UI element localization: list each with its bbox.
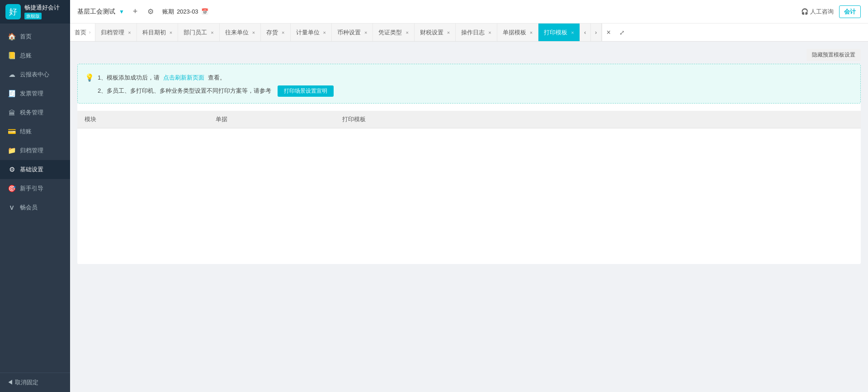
logo-text: 畅捷通好会计 旗舰版	[24, 4, 60, 20]
sidebar-label-settings: 基础设置	[20, 165, 43, 174]
tab-print-template-label: 打印模板	[544, 28, 567, 37]
sidebar-item-checkout[interactable]: 💳 结账	[0, 122, 70, 141]
sidebar-label-guide: 新手引导	[20, 184, 43, 193]
sidebar-label-ledger: 总账	[20, 52, 32, 60]
tab-subjects-close[interactable]: ×	[170, 30, 172, 35]
tab-archive-mgmt[interactable]: 归档管理 ×	[95, 24, 137, 42]
ledger-icon: 📒	[7, 51, 16, 60]
service-button[interactable]: 🎧 人工咨询	[801, 8, 834, 16]
tab-inventory[interactable]: 存货 ×	[261, 24, 290, 42]
tax-icon: 🏛	[7, 108, 16, 117]
tab-inventory-close[interactable]: ×	[282, 30, 284, 35]
tab-prev-button[interactable]: ‹	[580, 24, 591, 42]
sidebar-item-report[interactable]: ☁ 云报表中心	[0, 65, 70, 84]
tab-departments-label: 部门员工	[184, 28, 207, 37]
calendar-icon[interactable]: 📅	[201, 8, 208, 15]
topbar-right: 🎧 人工咨询 会计	[801, 5, 861, 18]
sidebar-label-tax: 税务管理	[20, 109, 43, 117]
table-body	[77, 128, 861, 264]
notice-line1-suffix: 查看。	[208, 72, 226, 84]
sidebar-item-ledger[interactable]: 📒 总账	[0, 46, 70, 65]
table-col-single: 单据	[216, 115, 342, 123]
sidebar-item-guide[interactable]: 🎯 新手引导	[0, 179, 70, 198]
tab-partners[interactable]: 往来单位 ×	[220, 24, 261, 42]
hide-template-button[interactable]: 隐藏预置模板设置	[807, 49, 861, 61]
report-icon: ☁	[7, 70, 16, 79]
tab-single-template-close[interactable]: ×	[530, 30, 533, 35]
company-selector[interactable]: 基层工会测试 ▼	[77, 8, 124, 16]
sidebar-nav: 🏠 首页 📒 总账 ☁ 云报表中心 🧾 发票管理 🏛 税务管理 💳 结账 📁 归…	[0, 24, 70, 373]
notice-line-1: 💡 1、模板添加成功后，请 点击刷新新页面 查看。	[85, 71, 853, 85]
main-area: 基层工会测试 ▼ + ⚙ 账期 2023-03 📅 🎧 人工咨询 会计 首页 ›…	[70, 0, 868, 392]
sidebar-item-settings[interactable]: ⚙ 基础设置	[0, 160, 70, 179]
tab-currency[interactable]: 币种设置 ×	[332, 24, 373, 42]
tab-archive-mgmt-close[interactable]: ×	[128, 30, 131, 35]
maximize-button[interactable]: ⤢	[615, 24, 629, 42]
notice-line1-prefix: 1、模板添加成功后，请	[98, 72, 160, 84]
period-display: 账期 2023-03 📅	[162, 8, 208, 16]
headset-icon: 🎧	[801, 8, 808, 15]
tab-voucher-type-label: 凭证类型	[378, 28, 402, 37]
kuaiji-label: 会计	[844, 8, 856, 15]
app-name: 畅捷通好会计	[24, 4, 60, 12]
tab-subjects[interactable]: 科目期初 ×	[137, 24, 178, 42]
period-label: 账期	[162, 8, 174, 16]
tab-single-template[interactable]: 单据模板 ×	[497, 24, 538, 42]
tab-voucher-type[interactable]: 凭证类型 ×	[373, 24, 414, 42]
add-tab-button[interactable]: +	[129, 5, 142, 18]
table-header: 模块 单据 打印模板	[77, 111, 861, 128]
tab-partners-label: 往来单位	[225, 28, 249, 37]
tab-tax-settings-label: 财税设置	[420, 28, 443, 37]
sidebar-item-member[interactable]: V 畅会员	[0, 198, 70, 217]
tab-operation-log-close[interactable]: ×	[488, 30, 491, 35]
tab-currency-close[interactable]: ×	[364, 30, 367, 35]
unpin-label: ◀ 取消固定	[7, 378, 38, 387]
print-scene-btn[interactable]: 打印场景设置宣明	[278, 85, 334, 97]
sidebar: 好 畅捷通好会计 旗舰版 🏠 首页 📒 总账 ☁ 云报表中心 🧾 发票管理 🏛 …	[0, 0, 70, 392]
tab-unit[interactable]: 计量单位 ×	[291, 24, 332, 42]
kuaiji-button[interactable]: 会计	[839, 5, 861, 18]
checkout-icon: 💳	[7, 127, 16, 136]
tab-unit-close[interactable]: ×	[323, 30, 326, 35]
tab-next-button[interactable]: ›	[591, 24, 602, 42]
sidebar-unpin-button[interactable]: ◀ 取消固定	[0, 373, 70, 392]
notice-line-2: 2、多员工、多打印机、多种业务类型设置不同打印方案等，请参考 打印场景设置宣明	[85, 85, 853, 97]
sidebar-label-checkout: 结账	[20, 128, 32, 136]
tab-single-template-label: 单据模板	[503, 28, 526, 37]
tab-inventory-label: 存货	[266, 28, 278, 37]
sidebar-item-home[interactable]: 🏠 首页	[0, 27, 70, 46]
page-content: 隐藏预置模板设置 💡 1、模板添加成功后，请 点击刷新新页面 查看。 2、多员工…	[70, 42, 868, 392]
guide-icon: 🎯	[7, 184, 16, 193]
tab-tax-settings[interactable]: 财税设置 ×	[415, 24, 456, 42]
notice-box: 💡 1、模板添加成功后，请 点击刷新新页面 查看。 2、多员工、多打印机、多种业…	[77, 64, 861, 104]
tab-partners-close[interactable]: ×	[252, 30, 255, 35]
tab-home[interactable]: 首页 ›	[70, 24, 95, 42]
sidebar-label-home: 首页	[20, 33, 32, 41]
close-all-tabs-button[interactable]: ×	[602, 24, 615, 42]
tab-print-template-close[interactable]: ×	[571, 30, 574, 35]
tab-departments-close[interactable]: ×	[211, 30, 213, 35]
tab-operation-log[interactable]: 操作日志 ×	[456, 24, 497, 42]
hide-template-row: 隐藏预置模板设置	[77, 49, 861, 61]
tab-voucher-type-close[interactable]: ×	[406, 30, 408, 35]
home-icon: 🏠	[7, 32, 16, 41]
tab-operation-log-label: 操作日志	[461, 28, 485, 37]
table-col-template: 打印模板	[342, 115, 854, 123]
member-icon: V	[7, 203, 16, 212]
tab-print-template[interactable]: 打印模板 ×	[538, 24, 580, 42]
sidebar-item-archive[interactable]: 📁 归档管理	[0, 141, 70, 160]
gear-button[interactable]: ⚙	[144, 5, 157, 18]
tab-currency-label: 币种设置	[337, 28, 361, 37]
sidebar-label-invoice: 发票管理	[20, 90, 43, 98]
logo-icon: 好	[5, 4, 21, 19]
bulb-icon: 💡	[85, 71, 94, 85]
tab-unit-label: 计量单位	[296, 28, 320, 37]
notice-line2-prefix: 2、多员工、多打印机、多种业务类型设置不同打印方案等，请参考	[98, 85, 271, 97]
notice-refresh-link[interactable]: 点击刷新新页面	[163, 72, 204, 84]
app-edition: 旗舰版	[24, 13, 42, 19]
sidebar-label-report: 云报表中心	[20, 71, 49, 79]
tab-departments[interactable]: 部门员工 ×	[178, 24, 219, 42]
sidebar-item-invoice[interactable]: 🧾 发票管理	[0, 84, 70, 103]
sidebar-item-tax[interactable]: 🏛 税务管理	[0, 103, 70, 122]
tab-tax-settings-close[interactable]: ×	[447, 30, 450, 35]
